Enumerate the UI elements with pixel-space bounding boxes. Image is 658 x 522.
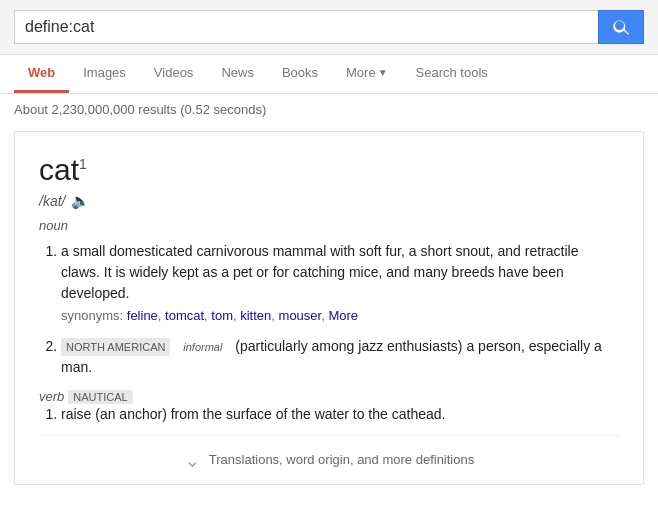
verb-definitions-list: raise (an anchor) from the surface of th… (39, 404, 619, 425)
synonym-kitten[interactable]: kitten (240, 308, 271, 323)
phonetic: /kat/ 🔈 (39, 192, 619, 210)
verb-section: verb NAUTICAL (39, 388, 619, 404)
search-button[interactable] (598, 10, 644, 44)
tab-news[interactable]: News (207, 55, 268, 93)
more-definitions-text: Translations, word origin, and more defi… (209, 452, 474, 467)
tab-videos[interactable]: Videos (140, 55, 208, 93)
more-definitions-footer[interactable]: ⌄ Translations, word origin, and more de… (39, 435, 619, 484)
chevron-down-icon: ▼ (378, 67, 388, 78)
word-title: cat1 (39, 152, 619, 188)
verb-definition-1: raise (an anchor) from the surface of th… (61, 404, 619, 425)
expand-icon: ⌄ (184, 450, 201, 470)
noun-definition-1: a small domesticated carnivorous mammal … (61, 241, 619, 326)
phonetic-text: /kat/ (39, 193, 65, 209)
tab-more[interactable]: More ▼ (332, 55, 402, 93)
noun-label: noun (39, 218, 619, 233)
noun-definitions-list: a small domesticated carnivorous mammal … (39, 241, 619, 378)
synonyms-line: synonyms: feline, tomcat, tom, kitten, m… (61, 306, 619, 326)
results-count: About 2,230,000,000 results (0.52 second… (0, 94, 658, 125)
badge-nautical: NAUTICAL (68, 390, 132, 404)
badge-north-american: NORTH AMERICAN (61, 338, 170, 357)
definition-card: cat1 /kat/ 🔈 noun a small domesticated c… (14, 131, 644, 485)
tab-web[interactable]: Web (14, 55, 69, 93)
tab-search-tools[interactable]: Search tools (402, 55, 502, 93)
verb-label: verb (39, 389, 64, 404)
noun-definition-2: NORTH AMERICAN informal (particularly am… (61, 336, 619, 378)
badge-informal: informal (178, 338, 227, 357)
search-input[interactable] (14, 10, 598, 44)
synonym-mouser[interactable]: mouser (279, 308, 322, 323)
synonym-tomcat[interactable]: tomcat (165, 308, 204, 323)
speaker-icon[interactable]: 🔈 (71, 192, 90, 210)
search-bar (0, 0, 658, 55)
synonyms-label: synonyms: (61, 308, 123, 323)
tab-books[interactable]: Books (268, 55, 332, 93)
synonym-feline[interactable]: feline (127, 308, 158, 323)
tab-images[interactable]: Images (69, 55, 140, 93)
nav-tabs: Web Images Videos News Books More ▼ Sear… (0, 55, 658, 94)
search-icon (612, 18, 630, 36)
synonyms-more-link[interactable]: More (328, 308, 358, 323)
synonym-tom[interactable]: tom (211, 308, 233, 323)
word-superscript: 1 (79, 156, 87, 172)
